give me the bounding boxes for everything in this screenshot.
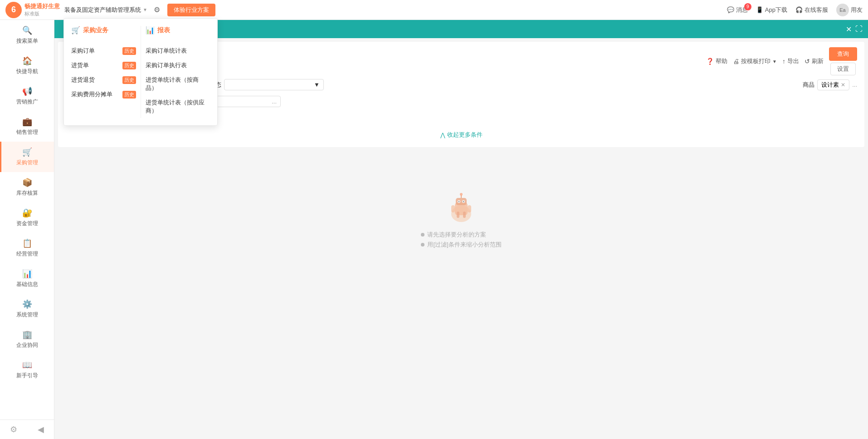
settings-gear-icon[interactable]: ⚙ — [154, 5, 160, 14]
query-btn[interactable]: 查询 — [829, 47, 857, 61]
megaphone-icon: 📢 — [22, 86, 32, 96]
sidebar-item-marketing[interactable]: 📢 营销推广 — [0, 81, 54, 111]
dropdown-purchase-order[interactable]: 采购订单 历史 — [71, 44, 136, 58]
export-btn[interactable]: ↑ 导出 — [782, 57, 799, 65]
dropdown-receive-goods[interactable]: 进货单 历史 — [71, 58, 136, 73]
sidebar-collapse-btn[interactable]: ◀ — [38, 424, 44, 434]
tab-close-all-icon[interactable]: ✕ — [846, 25, 852, 34]
logo-icon: 6 — [5, 2, 22, 18]
sidebar-bottom: ⚙ ◀ — [0, 419, 54, 439]
empty-tip-2-text: 用[过滤]条件来缩小分析范围 — [427, 241, 501, 249]
main-area: 首页 销售排行榜 ✕ ✕ ⛶ ❓ 帮助 — [54, 20, 868, 439]
cart-icon: 🛒 — [22, 147, 32, 157]
industry-btn[interactable]: 体验行业方案 — [167, 4, 215, 16]
po-exec-label: 采购订单执行表 — [146, 61, 187, 69]
app-download-item[interactable]: 📱 App下载 — [756, 6, 787, 14]
refresh-icon: ↺ — [805, 58, 810, 65]
clipboard-icon: 📋 — [22, 238, 32, 248]
sidebar-settings-btn[interactable]: ⚙ — [10, 424, 17, 434]
headset-icon: 🎧 — [795, 6, 803, 13]
dropdown-po-exec[interactable]: 采购订单执行表 — [146, 58, 210, 73]
svg-rect-12 — [463, 212, 466, 218]
sidebar-item-purchase[interactable]: 🛒 采购管理 — [0, 142, 54, 172]
sidebar-item-search[interactable]: 🔍 搜索菜单 — [0, 20, 54, 50]
po-stat-label: 采购订单统计表 — [146, 47, 187, 55]
filter-voucher-status-item: 单据状态 ▼ — [198, 79, 797, 90]
sidebar-item-operation[interactable]: 📋 经营管理 — [0, 233, 54, 263]
empty-dot-1 — [421, 233, 424, 237]
sidebar-item-finance[interactable]: 🔐 资金管理 — [0, 202, 54, 233]
receive-goods-history-tag: 历史 — [122, 62, 136, 69]
chart-icon: 📊 — [22, 269, 32, 279]
help-icon: ❓ — [706, 58, 714, 65]
collapse-row[interactable]: ⋀ 收起更多条件 — [65, 128, 857, 142]
system-dropdown-arrow: ▼ — [143, 7, 147, 12]
sidebar-item-system[interactable]: ⚙️ 系统管理 — [0, 294, 54, 324]
phone-icon: 📱 — [756, 6, 763, 13]
notification-icon: 💬 — [727, 6, 734, 13]
empty-tip-1: 请先选择要分析的方案 — [421, 231, 486, 239]
dropdown-return-goods[interactable]: 进货退货 历史 — [71, 73, 136, 87]
sidebar-item-guide[interactable]: 📖 新手引导 — [0, 355, 54, 385]
dropdown-receive-stat-goods[interactable]: 进货单统计表（按商品） — [146, 73, 210, 95]
dropdown-receive-stat-supplier[interactable]: 进货单统计表（按供应商） — [146, 95, 210, 118]
collapse-icon: ⋀ — [440, 132, 445, 138]
purchase-expense-history-tag: 历史 — [122, 91, 136, 99]
print-icon: 🖨 — [733, 58, 739, 65]
salesperson-dots[interactable]: ... — [272, 98, 277, 105]
top-bar: 6 畅捷通好生意 标准版 装备及固定资产辅助管理系统 ▼ ⚙ 体验行业方案 💬 … — [0, 0, 868, 20]
filter-salesperson-item: 业务员 ... — [161, 96, 857, 107]
set-btn[interactable]: 设置 — [830, 63, 856, 75]
online-service-item[interactable]: 🎧 在线客服 — [795, 6, 828, 14]
sidebar: 🔍 搜索菜单 🏠 快捷导航 📢 营销推广 💼 销售管理 🛒 采购管理 📦 库存核… — [0, 20, 54, 439]
help-btn[interactable]: ❓ 帮助 — [706, 57, 727, 65]
empty-illustration — [443, 189, 479, 225]
voucher-status-dropdown-icon: ▼ — [314, 81, 320, 88]
refresh-btn[interactable]: ↺ 刷新 — [805, 57, 824, 65]
receive-stat-goods-label: 进货单统计表（按商品） — [146, 76, 210, 92]
notification-badge: 9 — [744, 3, 751, 10]
collapse-label: 收起更多条件 — [447, 131, 483, 139]
report-label: 报表 — [157, 26, 170, 35]
receive-goods-label: 进货单 — [71, 61, 89, 69]
system-selector[interactable]: 装备及固定资产辅助管理系统 ▼ — [64, 6, 147, 14]
purchase-business-icon: 🛒 — [71, 26, 80, 35]
lock-icon: 🔐 — [22, 208, 32, 218]
notification-item[interactable]: 💬 消息 9 — [727, 6, 748, 14]
svg-rect-2 — [451, 205, 455, 212]
print-btn[interactable]: 🖨 按模板打印 ▼ — [733, 57, 777, 65]
dropdown-purchase-expense[interactable]: 采购费用分摊单 历史 — [71, 87, 136, 102]
dropdown-divider — [141, 26, 141, 118]
tab-expand-icon[interactable]: ⛶ — [855, 25, 863, 33]
export-icon: ↑ — [782, 58, 785, 65]
purchase-order-history-tag: 历史 — [122, 47, 136, 55]
sidebar-item-inventory[interactable]: 📦 库存核算 — [0, 172, 54, 202]
sidebar-item-quick-nav[interactable]: 🏠 快捷导航 — [0, 50, 54, 81]
goods-tag-close[interactable]: ✕ — [841, 82, 845, 88]
export-label: 导出 — [787, 57, 799, 65]
empty-text: 请先选择要分析的方案 用[过滤]条件来缩小分析范围 — [421, 231, 501, 249]
sidebar-item-enterprise[interactable]: 🏢 企业协同 — [0, 324, 54, 355]
return-goods-history-tag: 历史 — [122, 76, 136, 84]
user-item[interactable]: Ea 用友 — [836, 4, 863, 16]
sidebar-item-sales[interactable]: 💼 销售管理 — [0, 111, 54, 142]
goods-dots[interactable]: ... — [852, 81, 857, 88]
system-name: 装备及固定资产辅助管理系统 — [64, 6, 141, 14]
sidebar-item-basic-info[interactable]: 📊 基础信息 — [0, 263, 54, 294]
goods-label: 商品 — [803, 81, 814, 89]
goods-tag-value: 设计素 — [821, 81, 839, 89]
user-avatar: Ea — [836, 4, 849, 16]
refresh-label: 刷新 — [812, 57, 824, 65]
top-bar-right: 💬 消息 9 📱 App下载 🎧 在线客服 Ea 用友 — [727, 4, 863, 16]
report-col: 📊 报表 采购订单统计表 采购订单执行表 进货单统计表（按商品） 进货单统计表（… — [146, 26, 210, 118]
layout: 🔍 搜索菜单 🏠 快捷导航 📢 营销推广 💼 销售管理 🛒 采购管理 📦 库存核… — [0, 20, 868, 439]
logo-text: 畅捷通好生意 标准版 — [24, 2, 60, 17]
report-icon: 📊 — [146, 26, 155, 35]
receive-stat-supplier-label: 进货单统计表（按供应商） — [146, 99, 210, 115]
building-icon: 🏢 — [22, 330, 32, 340]
svg-point-10 — [460, 193, 463, 196]
dropdown-po-stat[interactable]: 采购订单统计表 — [146, 44, 210, 58]
voucher-status-select[interactable]: ▼ — [224, 79, 324, 90]
print-dropdown-icon: ▼ — [772, 59, 777, 64]
svg-point-8 — [463, 201, 464, 202]
